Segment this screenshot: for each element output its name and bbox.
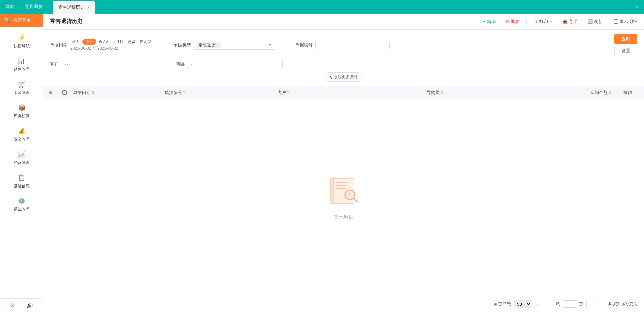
th-guide: 导购员 ⇅: [424, 90, 537, 96]
sidebar-item-finance[interactable]: 💰 资金管理: [0, 123, 43, 147]
new-button[interactable]: + 新增: [480, 17, 499, 26]
last-page-button[interactable]: »: [597, 300, 605, 308]
sidebar-item-inventory[interactable]: 📦 库存核算: [0, 100, 43, 123]
collapse-area: ∧ 收起更多条件: [50, 72, 637, 82]
collapse-button[interactable]: ∧ 收起更多条件: [325, 72, 362, 82]
export-button[interactable]: 📤 导出: [559, 17, 580, 26]
sidebar-item-quick-nav-label: 快捷导航: [14, 43, 30, 49]
page-number-input[interactable]: 1: [563, 300, 576, 308]
tab-retail-return-close[interactable]: ×: [45, 5, 47, 9]
tab-retail-return-history[interactable]: 零售退货历史 ×: [53, 1, 95, 14]
top-bar: 首页 零售退货 × 零售退货历史 × ×: [0, 0, 644, 14]
sidebar-menu: ⚡ 快捷导航 📊 销售管理 🛒 采购管理 📦 库存核算 💰 资金管理 📈: [0, 27, 43, 298]
goods-label: 商品: [176, 61, 185, 67]
system-icon: ⚙️: [18, 197, 25, 205]
date-shortcuts: 昨天 今天 近7天 近1月 更多 自定义: [70, 39, 153, 45]
th-customer-sort[interactable]: ⇅: [287, 90, 290, 95]
print-button[interactable]: 🖨 打印 ▼: [531, 17, 555, 26]
svg-text:?: ?: [348, 193, 350, 197]
date-filter-label: 单据日期: [50, 42, 68, 48]
doc-type-label: 单据类型: [173, 42, 191, 48]
sidebar-item-system-label: 系统管理: [14, 207, 30, 213]
date-btn-7days[interactable]: 近7天: [97, 39, 111, 45]
last-page-icon: »: [600, 302, 602, 307]
collapse-icon: ∧: [329, 75, 332, 80]
page-title: 零售退货历史: [50, 18, 82, 25]
sidebar-item-basic-info[interactable]: 📋 基础信息: [0, 170, 43, 193]
settings-filter-button[interactable]: 设置: [614, 46, 637, 56]
sidebar: 🔍 搜索菜单 ⚡ 快捷导航 📊 销售管理 🛒 采购管理 📦 库存核算 💰: [0, 14, 43, 312]
tab-retail-return[interactable]: 零售退货 ×: [20, 0, 53, 14]
goods-input-container[interactable]: ···: [188, 60, 283, 69]
th-order: 单据编号 ⇅: [162, 90, 275, 96]
doc-type-tag-close[interactable]: ×: [216, 43, 218, 47]
search-bar-label: 搜索菜单: [13, 17, 31, 23]
empty-text: 暂无数据: [334, 214, 353, 220]
search-icon: 🔍: [4, 17, 10, 23]
sidebar-item-purchase-label: 采购管理: [14, 90, 30, 96]
sidebar-item-inventory-label: 库存核算: [14, 113, 30, 119]
page-section-label: 第: [556, 301, 560, 307]
prev-page-button[interactable]: ‹: [545, 300, 553, 308]
empty-state: ? 暂无数据: [43, 99, 644, 296]
pagination-bar: 每页显示 10 20 50 100 « ‹ 第 1 页 › » 共0页, 0条记…: [43, 296, 644, 312]
select-all-checkbox[interactable]: [62, 90, 67, 95]
th-checkbox[interactable]: [58, 90, 70, 95]
customer-input-container[interactable]: ···: [62, 60, 156, 69]
business-icon: 📈: [18, 151, 25, 158]
doc-type-select[interactable]: 零售退货 × ▼: [194, 41, 275, 50]
header-divider-2: [610, 19, 610, 24]
sidebar-item-business[interactable]: 📈 经营管理: [0, 147, 43, 170]
new-label: 新增: [487, 19, 496, 25]
show-detail-input[interactable]: [614, 19, 618, 24]
export-label: 导出: [569, 19, 578, 25]
delete-button[interactable]: 🗑 删除: [502, 17, 522, 26]
filter-doc-number-item: 单据编号: [295, 41, 390, 49]
window-close-button[interactable]: ×: [629, 0, 644, 14]
next-page-button[interactable]: ›: [586, 300, 594, 308]
first-page-button[interactable]: «: [534, 300, 542, 308]
th-guide-label: 导购员: [427, 90, 440, 96]
sidebar-item-purchase[interactable]: 🛒 采购管理: [0, 76, 43, 100]
refresh-label: 刷新: [594, 19, 603, 25]
tab-retail-return-history-close[interactable]: ×: [87, 5, 89, 9]
svg-rect-2: [336, 182, 348, 183]
query-button[interactable]: 查询: [614, 34, 637, 44]
date-btn-more[interactable]: 更多: [126, 39, 137, 45]
sidebar-search-bar[interactable]: 🔍 搜索菜单: [0, 14, 43, 27]
tab-home[interactable]: 首页: [0, 0, 20, 14]
date-btn-today[interactable]: 今天: [82, 39, 96, 45]
date-btn-1month[interactable]: 近1月: [112, 39, 125, 45]
th-settings[interactable]: ⚙: [46, 90, 58, 95]
sidebar-item-basic-info-label: 基础信息: [14, 183, 30, 189]
settings-bottom-icon[interactable]: ⚙: [10, 302, 15, 309]
show-detail-checkbox[interactable]: 显示明细: [614, 19, 637, 25]
th-guide-sort[interactable]: ⇅: [440, 90, 444, 95]
sidebar-item-quick-nav[interactable]: ⚡ 快捷导航: [0, 30, 43, 53]
finance-icon: 💰: [18, 127, 25, 135]
th-amount-label: 实销金额: [590, 90, 608, 96]
th-amount: 实销金额 ⇅: [537, 90, 614, 96]
delete-label: 删除: [511, 19, 520, 25]
th-date-sort[interactable]: ⇅: [91, 90, 94, 95]
sidebar-item-system[interactable]: ⚙️ 系统管理: [0, 193, 43, 217]
refresh-icon: 🔄: [587, 19, 593, 24]
th-action: 操作: [614, 90, 641, 96]
page-size-select[interactable]: 10 20 50 100: [514, 300, 531, 308]
sidebar-item-sales-label: 销售管理: [14, 67, 30, 72]
table-area: ⚙ 单据日期 ⇅ 单据编号 ⇅ 客户 ⇅ 导购员: [43, 86, 644, 296]
th-customer: 客户 ⇅: [275, 90, 424, 96]
sidebar-item-sales[interactable]: 📊 销售管理: [0, 53, 43, 76]
refresh-button[interactable]: 🔄 刷新: [585, 17, 605, 26]
date-btn-yesterday[interactable]: 昨天: [70, 39, 81, 45]
doc-number-label: 单据编号: [295, 42, 313, 48]
date-btn-custom[interactable]: 自定义: [138, 39, 153, 45]
th-amount-sort[interactable]: ⇅: [609, 90, 612, 95]
doc-number-input[interactable]: [315, 41, 390, 49]
sales-icon: 📊: [18, 57, 25, 65]
date-range-display: 2023-06-02 至 2023-06-02: [70, 46, 153, 51]
speaker-icon[interactable]: 🔊: [26, 302, 33, 309]
total-label: 共0页, 0条记录: [608, 301, 637, 307]
page-size-label: 每页显示: [494, 301, 511, 307]
th-order-sort[interactable]: ⇅: [183, 90, 186, 95]
